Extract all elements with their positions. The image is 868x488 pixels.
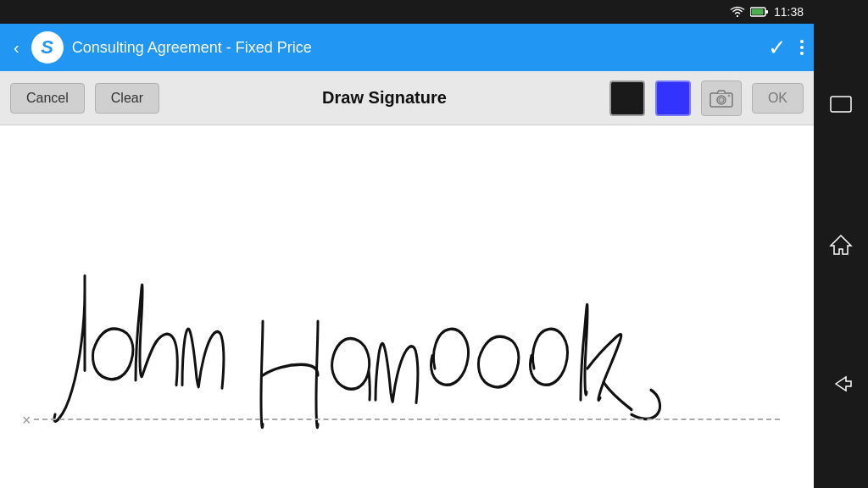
confirm-button[interactable]: ✓ [768, 35, 787, 61]
app-title: Consulting Agreement - Fixed Price [72, 39, 760, 57]
status-time: 11:38 [774, 5, 804, 19]
draw-signature-label: Draw Signature [170, 88, 599, 108]
camera-button[interactable] [701, 80, 742, 116]
recent-apps-icon [829, 95, 853, 114]
back-button[interactable]: ‹ [10, 35, 23, 61]
cancel-button[interactable]: Cancel [10, 83, 85, 114]
svg-point-0 [737, 15, 738, 17]
app-logo: S [31, 31, 64, 64]
back-button-nav[interactable] [824, 367, 858, 401]
home-button[interactable] [824, 227, 858, 261]
toolbar: Cancel Clear Draw Signature OK [0, 71, 814, 125]
svg-rect-3 [751, 9, 763, 15]
side-nav [814, 0, 868, 488]
svg-rect-2 [765, 10, 768, 14]
signature-canvas[interactable] [0, 125, 814, 488]
signature-area[interactable]: × [0, 125, 814, 488]
home-icon [829, 232, 853, 256]
top-bar-actions: ✓ [768, 35, 804, 61]
more-options-button[interactable] [800, 40, 804, 55]
signature-baseline [34, 419, 780, 420]
battery-icon [750, 7, 769, 17]
svg-rect-8 [831, 97, 851, 112]
camera-icon [709, 89, 733, 108]
color-blue-swatch[interactable] [655, 80, 691, 116]
color-black-swatch[interactable] [609, 80, 645, 116]
top-bar: ‹ S Consulting Agreement - Fixed Price ✓ [0, 24, 814, 71]
ok-button[interactable]: OK [752, 83, 804, 114]
status-icons: 11:38 [730, 5, 804, 19]
clear-button[interactable]: Clear [95, 83, 159, 114]
status-bar: 11:38 [0, 0, 814, 24]
wifi-icon [730, 6, 745, 18]
x-mark: × [22, 412, 31, 430]
svg-point-7 [727, 94, 730, 97]
recent-apps-button[interactable] [824, 87, 858, 121]
app-area: 11:38 ‹ S Consulting Agreement - Fixed P… [0, 0, 814, 488]
back-icon [829, 374, 853, 394]
svg-point-6 [719, 97, 724, 103]
